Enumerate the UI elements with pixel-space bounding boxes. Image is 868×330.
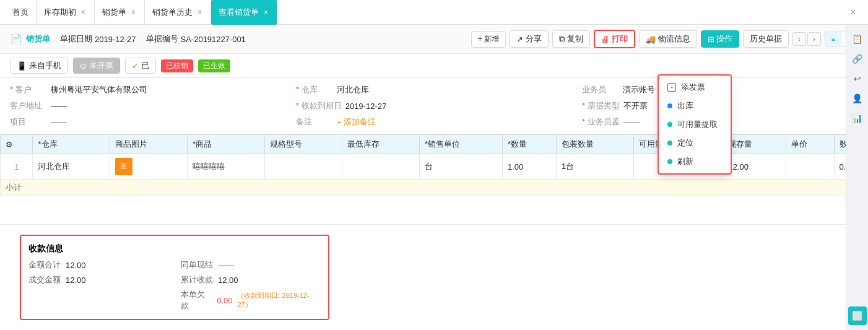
- row-stock: 12.00: [723, 154, 786, 180]
- tab-bar: 首页 库存期初 × 销货单 × 销货单历史 × 查看销货单 × ×: [0, 0, 868, 25]
- confirm-check-button[interactable]: ✓ 已: [125, 58, 156, 74]
- salesperson2-value: ——: [623, 118, 640, 127]
- tab-home[interactable]: 首页: [5, 0, 37, 25]
- sidebar-icon-2[interactable]: 🔗: [848, 50, 867, 68]
- locate-dot: [667, 141, 672, 145]
- copy-icon: ⧉: [559, 34, 565, 44]
- next-arrow[interactable]: ›: [807, 32, 821, 46]
- col-image: 商品图片: [110, 135, 188, 154]
- cancelled-badge: 已核销: [161, 59, 193, 72]
- sidebar-icon-5[interactable]: 📊: [848, 109, 867, 128]
- print-button[interactable]: 🖨 打印: [594, 30, 635, 48]
- ticket-label: 票据类型: [582, 100, 620, 111]
- history-button[interactable]: 历史单据: [743, 30, 789, 48]
- truck-icon: 🚚: [646, 35, 656, 44]
- customer-label: 客户: [10, 84, 47, 95]
- accumulated-label: 累计收款: [181, 274, 213, 285]
- address-value: ——: [51, 102, 67, 111]
- row-num: 1: [1, 154, 33, 180]
- product-table-wrapper: ⚙ *仓库 商品图片 *商品 规格型号 最低库存 *销售单位 *数量 包装数量 …: [0, 134, 868, 225]
- tab-sales-close[interactable]: ×: [130, 8, 137, 17]
- dropdown-outbound[interactable]: 出库: [659, 97, 731, 115]
- payment-box: 收款信息 金额合计 12.00 同单现结 —— 成交金额 12.00: [20, 235, 329, 320]
- toolbar-right: + 新增 ↗ 分享 ⧉ 复制 🖨 打印 🚚 物流信息: [471, 30, 858, 48]
- new-button[interactable]: + 新增: [471, 31, 506, 48]
- due-note: （收款到期日: 2019-12-27）: [237, 291, 321, 310]
- tab-inventory-close[interactable]: ×: [80, 8, 87, 17]
- invoice-icon: ▪: [667, 83, 676, 92]
- prev-arrow[interactable]: ‹: [792, 32, 806, 46]
- col-unit: *销售单位: [419, 135, 502, 154]
- sidebar-icon-4[interactable]: 👤: [848, 89, 867, 108]
- transaction-label: 成交金额: [28, 274, 61, 285]
- col-product: *商品: [188, 135, 265, 154]
- form-section: 客户 柳州粤港平安气体有限公司 仓库 河北仓库 业务员 演示账号 客户地址 ——…: [0, 78, 868, 134]
- project-label: 项目: [10, 116, 47, 128]
- col-settings[interactable]: ⚙: [1, 135, 33, 154]
- warehouse-value: 河北仓库: [337, 84, 369, 95]
- doc-title: 📄 销货单: [10, 33, 50, 45]
- tab-inventory-init[interactable]: 库存期初 ×: [37, 0, 95, 25]
- product-table: ⚙ *仓库 商品图片 *商品 规格型号 最低库存 *销售单位 *数量 包装数量 …: [0, 134, 868, 196]
- locate-label: 定位: [677, 137, 693, 149]
- salesperson2-label: 业务员孟: [582, 116, 620, 128]
- effective-badge: 已生效: [198, 59, 230, 72]
- tab-view-close[interactable]: ×: [263, 8, 269, 17]
- total-label: 金额合计: [28, 259, 61, 271]
- refresh-label: 刷新: [677, 156, 693, 167]
- plus-icon: +: [337, 118, 342, 127]
- dropdown-add-invoice[interactable]: ▪ 添发票: [659, 78, 731, 97]
- row-image: 图: [110, 154, 188, 180]
- phone-icon: 📱: [17, 61, 27, 71]
- payment-title: 收款信息: [28, 243, 321, 254]
- row-price: [786, 154, 834, 180]
- tab-view-sales[interactable]: 查看销货单 ×: [211, 0, 277, 25]
- row-product: 嘻嘻嘻嘻: [188, 154, 265, 180]
- accumulated-value: 12.00: [218, 276, 238, 285]
- doc-header: 📄 销货单 单据日期 2019-12-27 单据编号 SA-20191227-0…: [0, 25, 868, 54]
- dropdown-available-qty[interactable]: 可用量提取: [659, 115, 731, 134]
- address-row: 客户地址 ——: [10, 100, 286, 111]
- project-value: ——: [51, 118, 67, 127]
- row-warehouse: 河北仓库: [33, 154, 110, 180]
- table-header-row: ⚙ *仓库 商品图片 *商品 规格型号 最低库存 *销售单位 *数量 包装数量 …: [1, 135, 868, 154]
- grid-icon: ⊞: [708, 35, 714, 44]
- tab-sales-history[interactable]: 销货单历史 ×: [145, 0, 211, 25]
- ticket-value: 不开票: [623, 100, 648, 111]
- copy-button[interactable]: ⧉ 复制: [552, 30, 590, 48]
- not-open-button[interactable]: ⊙ 未开票: [73, 58, 120, 74]
- action-bar: 📱 来自手机 ⊙ 未开票 ✓ 已 已核销 已生效: [0, 54, 868, 78]
- operate-button[interactable]: ⊞ 操作: [701, 30, 739, 48]
- accumulated-row: 累计收款 12.00: [181, 274, 321, 285]
- doc-number-meta: 单据编号 SA-20191227-001: [146, 33, 246, 45]
- share-icon: ↗: [516, 35, 523, 44]
- transaction-value: 12.00: [66, 276, 86, 285]
- add-invoice-label: 添发票: [681, 82, 705, 93]
- sidebar-icon-1[interactable]: 📋: [848, 30, 867, 48]
- row-unit: 台: [419, 154, 502, 180]
- logistics-button[interactable]: 🚚 物流信息: [639, 30, 697, 48]
- available-qty-label: 可用量提取: [677, 119, 718, 130]
- share-button[interactable]: ↗ 分享: [510, 30, 549, 48]
- row-spec: [265, 154, 342, 180]
- warehouse-row: 仓库 河北仓库: [296, 84, 572, 95]
- circle-icon: ⊙: [80, 61, 87, 71]
- col-stock: 现存量: [723, 135, 786, 154]
- list-view-button[interactable]: ≡: [825, 32, 841, 46]
- number-label: 单据编号: [146, 33, 178, 45]
- window-close-button[interactable]: ×: [843, 2, 863, 22]
- dropdown-locate[interactable]: 定位: [659, 134, 731, 152]
- same-order-row: 同单现结 ——: [181, 259, 321, 271]
- tab-view-label: 查看销货单: [219, 7, 259, 18]
- tab-history-close[interactable]: ×: [196, 8, 203, 17]
- from-phone-button[interactable]: 📱 来自手机: [10, 58, 68, 74]
- table-row: 1 河北仓库 图 嘻嘻嘻嘻 台 1.00 1台 12.00: [1, 154, 868, 180]
- dropdown-refresh[interactable]: 刷新: [659, 152, 731, 171]
- tab-sales-order[interactable]: 销货单 ×: [95, 0, 145, 25]
- total-value: 12.00: [66, 261, 86, 270]
- due-row: 本单欠款 0.00 （收款到期日: 2019-12-27）: [181, 289, 321, 311]
- sidebar-icon-3[interactable]: ↩: [848, 69, 867, 88]
- add-note-button[interactable]: + 添加备注: [337, 116, 376, 128]
- sidebar-icon-6[interactable]: ⬜: [848, 306, 867, 325]
- product-image: 图: [115, 158, 132, 175]
